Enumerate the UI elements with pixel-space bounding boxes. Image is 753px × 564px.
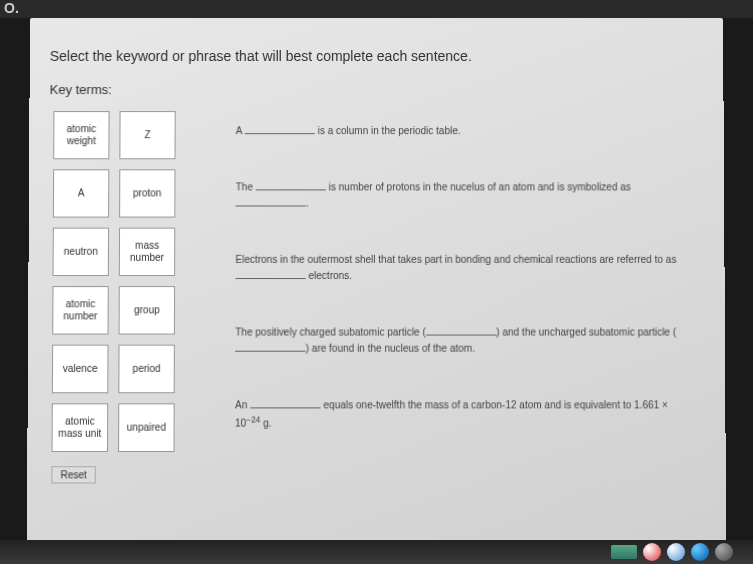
s3-blank[interactable] xyxy=(235,269,305,279)
sentence-5: An equals one-twelfth the mass of a carb… xyxy=(235,397,695,432)
s1-text-pre: A xyxy=(236,125,245,136)
s5-blank[interactable] xyxy=(250,398,320,408)
window-top-bar: O. xyxy=(0,0,753,18)
s2-text-pre: The xyxy=(236,181,256,192)
dock-circle-icon[interactable] xyxy=(643,543,661,561)
key-terms-heading: Key terms: xyxy=(50,82,704,97)
s3-text-post: electrons. xyxy=(306,270,352,281)
s2-text-post: . xyxy=(306,197,309,208)
sentence-1: A is a column in the periodic table. xyxy=(236,123,694,139)
s1-blank[interactable] xyxy=(245,124,315,134)
term-group[interactable]: group xyxy=(119,286,175,334)
s2-blank-2[interactable] xyxy=(236,196,306,206)
s4-text-mid: ) and the uncharged subatomic particle ( xyxy=(496,326,676,337)
sentences-column: A is a column in the periodic table. The… xyxy=(235,111,695,452)
term-period[interactable]: period xyxy=(118,345,175,394)
dock-circle-icon[interactable] xyxy=(667,543,685,561)
dock-app-icon[interactable] xyxy=(611,545,637,559)
term-a[interactable]: A xyxy=(53,169,109,217)
content-columns: atomic weight Z A proton neutron mass nu… xyxy=(48,111,706,452)
term-unpaired[interactable]: unpaired xyxy=(118,403,175,452)
os-dock xyxy=(0,540,753,564)
reset-area: Reset xyxy=(51,464,705,483)
term-mass-number[interactable]: mass number xyxy=(119,228,175,276)
term-atomic-mass-unit[interactable]: atomic mass unit xyxy=(52,403,109,452)
term-valence[interactable]: valence xyxy=(52,345,109,394)
s5-exponent: −24 xyxy=(246,414,260,424)
s1-text-post: is a column in the periodic table. xyxy=(315,125,461,136)
s4-text-post: ) are found in the nucleus of the atom. xyxy=(306,343,475,354)
s4-blank-1[interactable] xyxy=(426,325,496,335)
term-z[interactable]: Z xyxy=(119,111,175,159)
s4-text-pre: The positively charged subatomic particl… xyxy=(235,326,426,337)
term-atomic-weight[interactable]: atomic weight xyxy=(53,111,109,159)
term-atomic-number[interactable]: atomic number xyxy=(52,286,109,334)
dock-circle-icon[interactable] xyxy=(715,543,733,561)
s3-text-pre: Electrons in the outermost shell that ta… xyxy=(235,254,676,265)
s5-text-post: g. xyxy=(260,418,271,429)
key-terms-grid: atomic weight Z A proton neutron mass nu… xyxy=(52,111,176,452)
sentence-2: The is number of protons in the nucelus … xyxy=(236,179,695,211)
s2-blank-1[interactable] xyxy=(256,180,326,190)
page-content: Select the keyword or phrase that will b… xyxy=(27,18,726,542)
dock-circle-icon[interactable] xyxy=(691,543,709,561)
s5-text-pre: An xyxy=(235,399,250,410)
s4-blank-2[interactable] xyxy=(235,342,305,352)
term-proton[interactable]: proton xyxy=(119,169,175,217)
sentence-3: Electrons in the outermost shell that ta… xyxy=(235,252,694,284)
instruction-text: Select the keyword or phrase that will b… xyxy=(50,48,704,64)
reset-button[interactable]: Reset xyxy=(51,466,96,483)
term-neutron[interactable]: neutron xyxy=(53,228,109,276)
sentence-4: The positively charged subatomic particl… xyxy=(235,324,695,356)
corner-marker: O. xyxy=(4,0,19,16)
s2-text-mid: is number of protons in the nucelus of a… xyxy=(326,181,631,192)
